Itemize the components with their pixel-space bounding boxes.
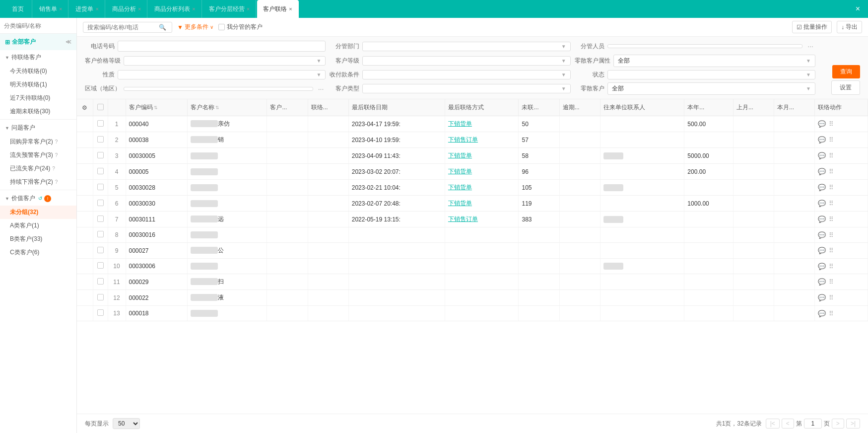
cell-check[interactable] xyxy=(93,116,108,132)
batch-operation-btn[interactable]: ☑ 批量操作 xyxy=(792,21,832,33)
region-dots-icon[interactable]: ··· xyxy=(316,85,326,93)
action-more-icon[interactable]: ⠿ xyxy=(829,184,834,191)
sidebar-all-customers[interactable]: ⊞ 全部客户 ≪ xyxy=(0,34,76,50)
row-checkbox[interactable] xyxy=(97,309,104,316)
nav-tab-sales[interactable]: 销售单 × xyxy=(33,0,68,18)
nav-tab-analysis-list[interactable]: 商品分析列表 × xyxy=(148,0,201,18)
col-header-contact[interactable]: 联络... xyxy=(308,99,348,116)
cell-check[interactable] xyxy=(93,196,108,212)
sidebar-item-lost[interactable]: 已流失客户(24) ? xyxy=(0,162,76,175)
export-btn[interactable]: ↓ 导出 xyxy=(837,21,862,33)
window-close-button[interactable]: × xyxy=(852,4,864,13)
sales-close-icon[interactable]: × xyxy=(59,6,62,12)
action-message-icon[interactable]: 💬 xyxy=(818,310,826,317)
sidebar-item-unclassified[interactable]: 未分组(32) xyxy=(0,206,76,219)
nav-tab-home[interactable]: 首页 xyxy=(4,0,32,18)
cell-check[interactable] xyxy=(93,306,108,321)
last-method-link[interactable]: 下销货单 xyxy=(448,152,472,159)
row-checkbox[interactable] xyxy=(97,216,104,222)
action-message-icon[interactable]: 💬 xyxy=(818,184,826,191)
sidebar-item-c-class[interactable]: C类客户(6) xyxy=(0,246,76,259)
customer-segment-close-icon[interactable]: × xyxy=(247,6,250,12)
action-more-icon[interactable]: ⠿ xyxy=(829,216,834,223)
region-select[interactable] xyxy=(124,87,313,91)
cell-check[interactable] xyxy=(93,148,108,164)
action-more-icon[interactable]: ⠿ xyxy=(829,278,834,286)
cell-check[interactable] xyxy=(93,180,108,196)
nature-select[interactable]: ▼ xyxy=(118,70,326,79)
action-more-icon[interactable]: ⠿ xyxy=(829,152,834,159)
cell-check[interactable] xyxy=(93,212,108,227)
row-checkbox[interactable] xyxy=(97,247,104,253)
last-method-link[interactable]: 下销货单 xyxy=(448,120,472,127)
cell-check[interactable] xyxy=(93,274,108,290)
action-message-icon[interactable]: 💬 xyxy=(818,247,826,254)
cell-check[interactable] xyxy=(93,227,108,243)
retail-select[interactable]: 全部 ▼ xyxy=(607,82,815,95)
col-header-type[interactable]: 客户... xyxy=(267,99,308,116)
col-header-code[interactable]: 客户编码 ⇅ xyxy=(126,99,187,116)
sidebar-item-today[interactable]: 今天待联络(0) xyxy=(0,65,76,78)
value-refresh-icon[interactable]: ↺ xyxy=(38,196,42,201)
sidebar-item-a-class[interactable]: A类客户(1) xyxy=(0,219,76,232)
sidebar-item-loss-risk[interactable]: 流失预警客户(3) ? xyxy=(0,148,76,162)
purchase-close-icon[interactable]: × xyxy=(95,6,98,12)
last-method-link[interactable]: 下销货单 xyxy=(448,184,472,191)
last-method-link[interactable]: 下销货单 xyxy=(448,168,472,175)
cell-check[interactable] xyxy=(93,290,108,306)
retail-attr-select[interactable]: 全部 ▼ xyxy=(613,55,815,67)
col-header-this-month[interactable]: 本月... xyxy=(774,99,815,116)
collapse-sidebar-icon[interactable]: ≪ xyxy=(66,39,71,45)
col-header-name[interactable]: 客户名称 ⇅ xyxy=(187,99,267,116)
reset-button[interactable]: 设置 xyxy=(831,80,860,95)
my-customers-checkbox[interactable]: 我分管的客户 xyxy=(218,23,263,31)
action-more-icon[interactable]: ⠿ xyxy=(829,120,834,128)
page-size-select[interactable]: 50 100 200 xyxy=(113,418,140,429)
cell-check[interactable] xyxy=(93,259,108,274)
query-button[interactable]: 查询 xyxy=(832,65,860,78)
sidebar-item-inactive[interactable]: 持续下滑客户(2) ? xyxy=(0,175,76,189)
row-checkbox[interactable] xyxy=(97,231,104,237)
action-message-icon[interactable]: 💬 xyxy=(818,168,826,175)
last-method-link[interactable]: 下销售订单 xyxy=(448,216,478,222)
row-checkbox[interactable] xyxy=(97,184,104,190)
customer-level-select[interactable]: ▼ xyxy=(362,56,570,66)
col-header-settings[interactable]: ⚙ xyxy=(77,99,93,116)
prev-page-btn[interactable]: < xyxy=(782,419,794,429)
cell-check[interactable] xyxy=(93,243,108,259)
row-checkbox[interactable] xyxy=(97,262,104,269)
action-more-icon[interactable]: ⠿ xyxy=(829,263,834,270)
col-header-this-year[interactable]: 本年... xyxy=(684,99,734,116)
row-checkbox[interactable] xyxy=(97,120,104,127)
row-checkbox[interactable] xyxy=(97,294,104,300)
action-message-icon[interactable]: 💬 xyxy=(818,120,826,128)
action-more-icon[interactable]: ⠿ xyxy=(829,136,834,144)
filter-search-input[interactable] xyxy=(87,24,157,31)
sidebar-item-b-class[interactable]: B类客户(33) xyxy=(0,232,76,246)
phone-input[interactable] xyxy=(118,41,326,52)
next-page-btn[interactable]: > xyxy=(832,419,844,429)
sidebar-item-tomorrow[interactable]: 明天待联络(1) xyxy=(0,78,76,91)
nav-tab-customer-segment[interactable]: 客户分层经营 × xyxy=(203,0,256,18)
action-more-icon[interactable]: ⠿ xyxy=(829,294,834,301)
row-checkbox[interactable] xyxy=(97,168,104,174)
nav-tab-customer-contact[interactable]: 客户联络 × xyxy=(257,0,298,18)
col-header-last-month[interactable]: 上月... xyxy=(733,99,774,116)
sidebar-item-abnormal[interactable]: 回购异常客户(2) ? xyxy=(0,135,76,148)
action-message-icon[interactable]: 💬 xyxy=(818,263,826,270)
customer-contact-close-icon[interactable]: × xyxy=(289,6,292,12)
cell-check[interactable] xyxy=(93,132,108,148)
first-page-btn[interactable]: |< xyxy=(766,419,780,429)
nav-tab-analysis[interactable]: 商品分析 × xyxy=(106,0,147,18)
action-message-icon[interactable]: 💬 xyxy=(818,152,826,159)
sidebar-group-value[interactable]: ▼ 价值客户 ↺ ! xyxy=(0,191,76,206)
row-checkbox[interactable] xyxy=(97,152,104,158)
select-all-checkbox[interactable] xyxy=(97,104,104,110)
action-more-icon[interactable]: ⠿ xyxy=(829,168,834,175)
action-message-icon[interactable]: 💬 xyxy=(818,294,826,301)
sidebar-group-problem[interactable]: ▼ 问题客户 xyxy=(0,121,76,135)
manager-select[interactable] xyxy=(607,44,803,48)
action-message-icon[interactable]: 💬 xyxy=(818,136,826,144)
row-checkbox[interactable] xyxy=(97,136,104,143)
row-checkbox[interactable] xyxy=(97,278,104,285)
